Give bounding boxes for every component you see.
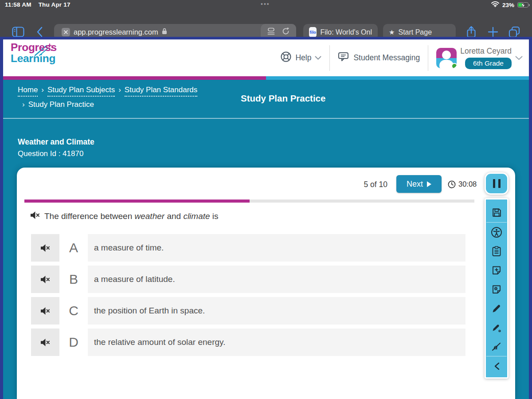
page-title: Study Plan Practice (241, 93, 325, 104)
next-button[interactable]: Next (396, 175, 442, 193)
eliminate-text-icon[interactable]: a (486, 337, 507, 356)
mute-speaker-icon[interactable] (31, 234, 59, 262)
option-text[interactable]: a measure of latitude. (88, 266, 466, 293)
option-text[interactable]: a measure of time. (88, 234, 466, 262)
topic-title: Weather and Climate (18, 137, 94, 147)
save-icon[interactable] (486, 203, 507, 222)
breadcrumb-band: Home › Study Plan Subjects › Study Plan … (3, 80, 529, 119)
breadcrumb-home[interactable]: Home (18, 86, 38, 97)
option-letter[interactable]: D (59, 329, 88, 356)
option-letter[interactable]: C (59, 297, 88, 325)
accessibility-icon[interactable] (486, 223, 507, 242)
progress-bar (24, 200, 474, 203)
timer: 30:08 (448, 180, 477, 188)
option-text[interactable]: the position of Earth in space. (88, 297, 466, 325)
clock-icon (448, 180, 456, 188)
help-menu[interactable]: Help (280, 51, 321, 65)
progress-learning-page: Progress Learning Help (3, 39, 529, 399)
header-divider (428, 45, 428, 71)
breadcrumb-current: Study Plan Practice (28, 101, 94, 108)
breadcrumb-separator: › (41, 86, 44, 94)
clock-time: 11:58 AM (5, 1, 31, 8)
option-text[interactable]: the relative amount of solar energy. (88, 329, 466, 356)
mute-speaker-icon[interactable] (30, 211, 40, 222)
wifi-icon (491, 1, 499, 8)
profile-menu[interactable]: Loretta Ceyard 6th Grade (436, 47, 523, 69)
online-status-dot (451, 63, 457, 68)
question-card: 5 of 10 Next 30:08 The difference bet (17, 168, 515, 399)
grade-badge: 6th Grade (465, 58, 512, 69)
help-label: Help (295, 53, 311, 63)
add-note-icon[interactable] (486, 261, 507, 280)
tab-start-page-label: Start Page (398, 28, 432, 36)
pause-button[interactable] (485, 172, 509, 195)
student-messaging-button[interactable]: Student Messaging (338, 51, 420, 64)
progress-learning-logo[interactable]: Progress Learning (11, 42, 57, 64)
question-counter: 5 of 10 (348, 180, 387, 189)
answer-option-c[interactable]: C the position of Earth in space. (31, 297, 466, 325)
chat-bubbles-icon (338, 51, 350, 64)
safari-toolbar: app.progresslearning.com filo Filo: Worl… (0, 10, 532, 37)
answer-option-d[interactable]: D the relative amount of solar energy. (31, 329, 466, 356)
progress-bar-fill (24, 200, 250, 203)
image-note-icon[interactable] (486, 280, 507, 299)
mute-speaker-icon[interactable] (31, 266, 59, 293)
student-messaging-label: Student Messaging (353, 53, 420, 63)
reload-icon[interactable] (282, 27, 290, 37)
status-bar: 11:58 AM Thu Apr 17 ••• 23% (0, 0, 532, 10)
question-id: Question Id : 41870 (18, 149, 83, 158)
chevron-down-icon (315, 56, 321, 60)
multitask-dots-icon[interactable]: ••• (261, 0, 270, 8)
breadcrumb-separator: › (118, 86, 121, 94)
option-letter[interactable]: B (59, 266, 88, 293)
lock-icon (162, 28, 167, 36)
marker-icon[interactable] (486, 318, 507, 337)
page-favicon-error-icon (62, 28, 70, 36)
tab-filo-label: Filo: World's Onl (320, 28, 372, 36)
breadcrumb: Home › Study Plan Subjects › Study Plan … (18, 86, 197, 112)
option-letter[interactable]: A (59, 234, 88, 262)
breadcrumb-study-plan-subjects[interactable]: Study Plan Subjects (47, 86, 115, 97)
star-icon: ★ (389, 28, 395, 36)
tool-rail: a (485, 198, 509, 379)
timer-value: 30:08 (458, 180, 477, 188)
answer-option-a[interactable]: A a measure of time. (31, 234, 466, 262)
ipad-screen: 11:58 AM Thu Apr 17 ••• 23% (0, 0, 532, 399)
accent-strip (3, 76, 529, 80)
collapse-rail-icon[interactable] (486, 356, 507, 376)
status-date: Thu Apr 17 (39, 1, 70, 8)
mute-speaker-icon[interactable] (31, 297, 59, 325)
site-header: Progress Learning Help (3, 39, 529, 76)
url-text: app.progresslearning.com (74, 28, 158, 36)
filo-favicon: filo (309, 27, 317, 37)
battery-icon (517, 2, 528, 8)
battery-percent: 23% (502, 2, 514, 8)
mute-speaker-icon[interactable] (31, 329, 59, 356)
help-lifebuoy-icon (280, 51, 292, 65)
notepad-icon[interactable] (486, 242, 507, 261)
pencil-icon[interactable] (486, 299, 507, 318)
question-text: The difference between weather and clima… (44, 211, 219, 221)
webpage-frame: Progress Learning Help (0, 37, 532, 399)
answer-option-b[interactable]: B a measure of latitude. (31, 266, 466, 293)
breadcrumb-study-plan-standards[interactable]: Study Plan Standards (125, 86, 197, 97)
header-divider (329, 45, 330, 71)
play-arrow-icon (427, 181, 431, 187)
user-name: Loretta Ceyard (460, 47, 512, 56)
avatar (436, 48, 457, 68)
chevron-down-icon (515, 56, 523, 60)
breadcrumb-separator: › (22, 101, 25, 108)
page-menu-icon[interactable] (267, 27, 275, 37)
question-row: The difference between weather and clima… (30, 211, 219, 222)
